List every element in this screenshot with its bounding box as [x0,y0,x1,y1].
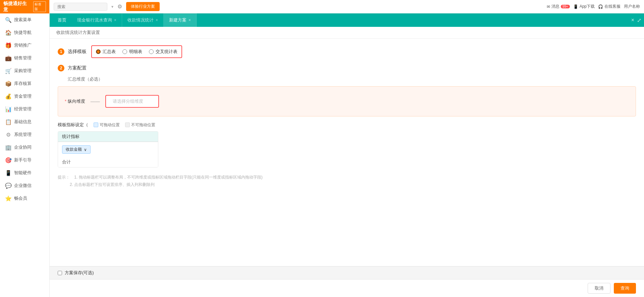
template-summary[interactable]: 汇总表 [96,49,116,55]
purchase-icon: 🛒 [5,68,11,74]
basic-info-icon: 📋 [5,119,11,125]
step2-section: 2 方案配置 汇总维度（必选） * 纵向维度 —— 请选择分组维度 [58,65,636,188]
main-area: ▾ ⚙ 体验行业方案 ✉ 消息 99+ 📱 App下载 🎧 在线客服 用户名称 … [50,0,644,297]
settings-icon[interactable]: ⚙ [117,3,122,10]
operations-icon: 📊 [5,106,11,112]
sidebar-item-system[interactable]: ⚙ 系统管理 [0,128,49,141]
service-icon: 🎧 [598,4,603,9]
sidebar-item-label: 采购管理 [14,68,32,74]
system-icon: ⚙ [5,132,11,138]
search-input[interactable] [54,3,107,11]
group-dimension-select[interactable]: 请选择分组维度 [105,95,159,108]
service-btn[interactable]: 🎧 在线客服 [598,4,621,9]
sidebar-item-quick-nav[interactable]: 🏠 快捷导航 [0,26,49,39]
close-all-btn[interactable]: × [631,17,634,23]
sidebar-item-label: 基础信息 [14,119,32,125]
sidebar-item-enterprise[interactable]: 🏢 企业协同 [0,141,49,154]
legend-draggable: 可拖动位置 [94,122,120,128]
sidebar-item-label: 搜索菜单 [14,17,32,23]
sidebar-item-label: 畅会员 [14,195,27,201]
tab-close-icon[interactable]: × [156,18,158,22]
sidebar-item-label: 营销推广 [14,42,32,48]
service-label: 在线客服 [604,4,621,9]
legend-fixed-label: 不可拖动位置 [131,122,155,128]
query-button[interactable]: 查询 [614,283,636,294]
tab-receipt-stats[interactable]: 收款情况统计 × [122,13,164,27]
sidebar-item-member[interactable]: ⭐ 畅会员 [0,192,49,205]
sidebar-item-label: 企业协同 [14,144,32,150]
chip-arrow-icon: ∨ [84,147,87,152]
member-icon: ⭐ [5,195,11,201]
content-area: 收款情况统计方案设置 1 选择模板 汇总表 明细表 [50,27,644,297]
step1-title: 选择模板 [68,49,87,55]
template-detail-radio[interactable] [122,49,127,54]
step2-title: 方案配置 [68,65,87,71]
tip-title-text: 提示： [58,175,73,180]
bottom-actions: 取消 查询 [50,279,644,297]
tab-label: 新建方案 [169,17,186,23]
sidebar-item-label: 销售管理 [14,55,32,61]
sidebar-item-marketing[interactable]: 🎁 营销推广 [0,39,49,52]
topbar-actions: ✉ 消息 99+ 📱 App下载 🎧 在线客服 用户名称 [547,4,640,9]
search-dropdown-icon[interactable]: ▾ [111,4,113,9]
user-label: 用户名称 [624,4,640,9]
tab-close-icon[interactable]: × [189,18,191,22]
page-title: 收款情况统计方案设置 [50,27,644,39]
arrow-icon: —— [91,99,100,104]
template-summary-label: 汇总表 [103,49,116,55]
step1-number: 1 [58,48,64,55]
sidebar-item-label: 经营管理 [14,106,32,112]
sidebar: 畅捷通好生意 标准版 🔍 搜索菜单 🏠 快捷导航 🎁 营销推广 💼 销售管理 🛒… [0,0,50,297]
step1-header: 1 选择模板 汇总表 明细表 交叉统计表 [58,45,636,58]
tab-label: 现金银行流水查询 [77,17,112,23]
save-plan-checkbox[interactable] [58,271,62,275]
tab-home[interactable]: 首页 [52,17,72,23]
template-cross[interactable]: 交叉统计表 [149,49,177,55]
sidebar-item-basic-info[interactable]: 📋 基础信息 [0,115,49,128]
user-name[interactable]: 用户名称 [624,4,640,9]
tab-cash-flow[interactable]: 现金银行流水查询 × [72,13,122,27]
sidebar-item-search-menu[interactable]: 🔍 搜索菜单 [0,13,49,26]
step2-header: 2 方案配置 [58,65,636,71]
sidebar-item-operations[interactable]: 📊 经营管理 [0,103,49,115]
template-cross-radio[interactable] [149,49,154,54]
legend-box-gray [125,122,130,127]
sidebar-item-inventory[interactable]: 📦 库存核算 [0,77,49,90]
vertical-dimension-label: * 纵向维度 [65,98,85,104]
template-detail[interactable]: 明细表 [122,49,142,55]
tip-item-1: 1. 拖动标题栏可以调整布局，不可跨维度或指标区域拖动栏目字段(只能在同一维度或… [74,175,262,180]
tab-close-icon[interactable]: × [114,18,116,22]
tips-section: 提示： 1. 拖动标题栏可以调整布局，不可跨维度或指标区域拖动栏目字段(只能在同… [58,174,636,188]
search-menu-icon: 🔍 [5,17,11,23]
sidebar-item-smart-hw[interactable]: 📱 智能硬件 [0,166,49,179]
tabbar-right: × ⤢ [631,17,641,23]
industry-btn[interactable]: 体验行业方案 [126,2,160,11]
sidebar-item-newbie[interactable]: 🎯 新手引导 [0,154,49,166]
sidebar-item-finance[interactable]: 💰 资金管理 [0,90,49,103]
indicator-section: 模板指标设定（ 可拖动位置 不可拖动位置 [58,122,636,168]
expand-btn[interactable]: ⤢ [637,17,641,23]
cancel-button[interactable]: 取消 [588,283,610,294]
app-download-btn[interactable]: 📱 App下载 [573,4,595,9]
sidebar-item-label: 快捷导航 [14,30,32,36]
tip-title: 提示： 1. 拖动标题栏可以调整布局，不可跨维度或指标区域拖动栏目字段(只能在同… [58,174,636,181]
sidebar-item-label: 库存核算 [14,81,32,87]
sidebar-item-sales[interactable]: 💼 销售管理 [0,52,49,64]
tabbar: 首页 现金银行流水查询 × 收款情况统计 × 新建方案 × × ⤢ [50,13,644,27]
config-grid: * 纵向维度 —— 请选择分组维度 [58,86,636,116]
config-row: * 纵向维度 —— 请选择分组维度 [65,95,159,108]
template-summary-radio[interactable] [96,49,101,54]
receipt-amount-chip[interactable]: 收款金额 ∨ [62,145,91,154]
vertical-label-text: 纵向维度 [68,99,85,104]
sidebar-item-label: 系统管理 [14,132,32,138]
tab-new-plan[interactable]: 新建方案 × [164,13,197,27]
download-icon: 📱 [573,4,578,9]
sidebar-item-purchase[interactable]: 🛒 采购管理 [0,64,49,77]
message-btn[interactable]: ✉ 消息 99+ [547,4,570,9]
sidebar-item-wechat[interactable]: 💬 企业微信 [0,179,49,192]
indicator-table: 统计指标 收款金额 ∨ 合计 [58,131,158,167]
dimension-label: 汇总维度（必选） [58,76,636,82]
wechat-icon: 💬 [5,183,11,189]
legend-fixed: 不可拖动位置 [125,122,155,128]
template-cross-label: 交叉统计表 [156,49,177,55]
